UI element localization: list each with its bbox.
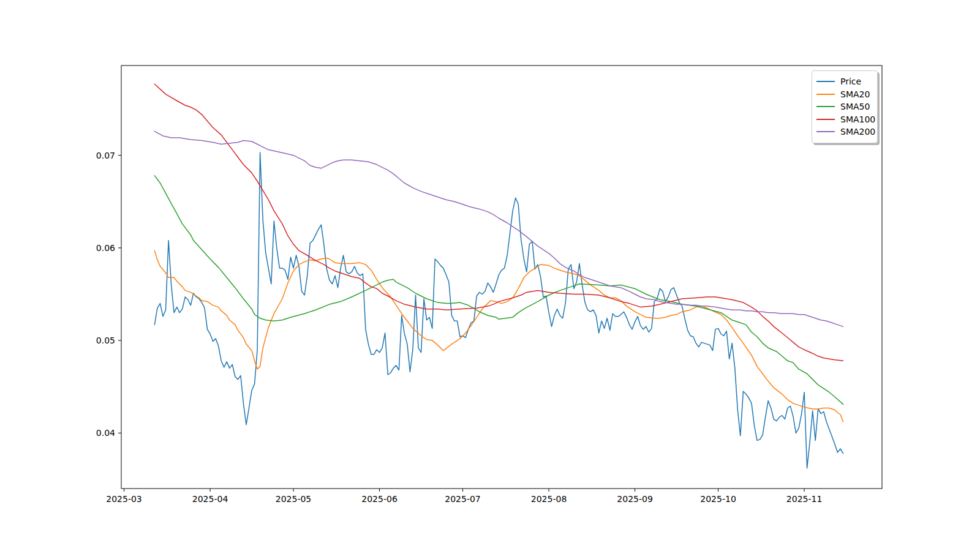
legend-line-swatch-sma50 [816,106,835,107]
legend-label: Price [840,77,861,86]
y-tick-label: 0.05 [96,335,115,345]
y-tick-label: 0.07 [96,151,115,160]
x-tick-label: 2025-10 [700,494,736,504]
legend-item-sma200: SMA200 [816,126,872,138]
legend-item-price: Price [816,75,872,88]
legend-line-swatch-sma200 [816,131,835,132]
legend-line-swatch-price [816,81,835,82]
figure: 2025-032025-042025-052025-062025-072025-… [0,0,980,551]
legend-item-sma20: SMA20 [816,88,872,101]
legend-label: SMA200 [840,127,875,136]
x-tick-label: 2025-03 [106,494,142,504]
legend-label: SMA50 [840,102,870,111]
x-tick-label: 2025-08 [531,494,567,504]
x-tick-label: 2025-11 [786,494,823,504]
x-tick-label: 2025-04 [192,494,228,504]
legend-item-sma100: SMA100 [816,113,872,126]
x-tick-label: 2025-07 [445,494,481,504]
y-tick-label: 0.06 [96,243,115,253]
legend-line-swatch-sma20 [816,94,835,95]
legend: PriceSMA20SMA50SMA100SMA200 [812,70,878,143]
legend-label: SMA100 [840,115,875,124]
x-tick-label: 2025-06 [361,494,398,504]
x-tick-label: 2025-05 [276,494,312,504]
x-tick-label: 2025-09 [617,494,653,504]
y-tick-label: 0.04 [96,428,115,438]
legend-item-sma50: SMA50 [816,100,872,113]
legend-line-swatch-sma100 [816,119,835,120]
legend-label: SMA20 [840,90,870,99]
